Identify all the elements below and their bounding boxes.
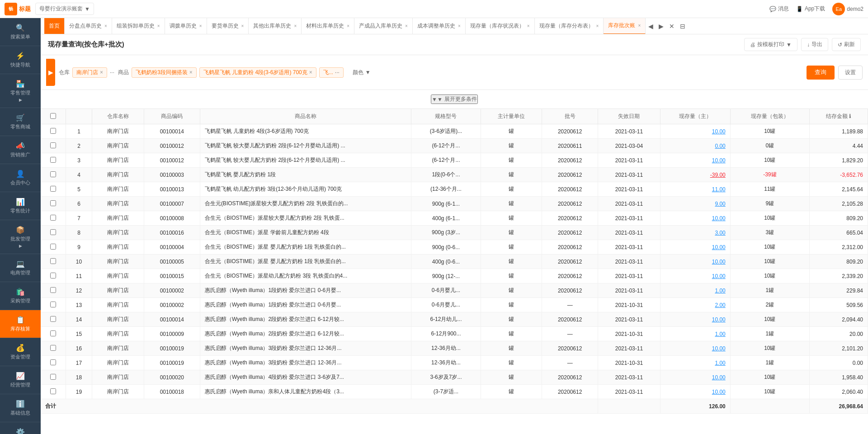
tab-chengben[interactable]: 成本调整单历史 ×: [413, 18, 466, 34]
user-area[interactable]: Ea demo2: [832, 3, 863, 15]
row-checkbox[interactable]: [41, 182, 66, 197]
tab-xianzaikucun[interactable]: 现存量（库存状况表） ×: [466, 18, 535, 34]
row-qty-main[interactable]: 0.00: [660, 139, 730, 153]
sidebar-item-inventory[interactable]: 📋 库存核算: [0, 310, 41, 338]
row-qty-main[interactable]: 10.00: [660, 255, 730, 269]
tab-pizhupici[interactable]: 库存批次账 ×: [604, 18, 646, 34]
tab-qitachu[interactable]: 其他出库单历史 ×: [249, 18, 302, 34]
tab-qitachu-close[interactable]: ×: [294, 24, 297, 28]
tab-yaohuo[interactable]: 要货单历史 ×: [207, 18, 249, 34]
tab-pizhupici-close[interactable]: ×: [638, 23, 641, 28]
sidebar-item-stat[interactable]: 📊 零售统计: [0, 192, 41, 220]
refresh-button[interactable]: ↺ 刷新: [832, 38, 861, 51]
row-checkbox[interactable]: [41, 370, 66, 385]
sidebar-item-shop[interactable]: 🛒 零售商城: [0, 108, 41, 136]
row-qty-main[interactable]: 10.00: [660, 124, 730, 139]
company-selector[interactable]: 母婴行业演示账套 ▼: [35, 3, 94, 15]
row-qty-main[interactable]: 3.00: [660, 226, 730, 240]
row-checkbox[interactable]: [41, 240, 66, 255]
tab-chengben-close[interactable]: ×: [458, 24, 461, 28]
sidebar-item-ecommerce[interactable]: 💻 电商管理: [0, 254, 41, 282]
tab-cailiaochu[interactable]: 材料出库单历史 ×: [302, 18, 354, 34]
row-checkbox[interactable]: [41, 269, 66, 283]
row-checkbox[interactable]: [41, 385, 66, 399]
row-checkbox[interactable]: [41, 197, 66, 211]
tab-yaohuo-close[interactable]: ×: [241, 24, 244, 28]
query-button[interactable]: 查询: [807, 66, 835, 80]
goods-tag-3[interactable]: 飞... ···: [319, 67, 344, 78]
tab-zuhe-close[interactable]: ×: [157, 24, 160, 28]
tab-xianzaifenbu[interactable]: 现存量（库存分布表） ×: [535, 18, 604, 34]
sidebar-item-finance[interactable]: 💰 资金管理: [0, 338, 41, 366]
tab-chanpinru[interactable]: 产成品入库单历史 ×: [354, 18, 413, 34]
row-qty-main[interactable]: 10.00: [660, 153, 730, 168]
select-all-checkbox[interactable]: [50, 113, 56, 119]
row-checkbox[interactable]: [41, 255, 66, 269]
tab-diaopi-close[interactable]: ×: [199, 24, 202, 28]
row-checkbox[interactable]: [41, 312, 66, 327]
row-qty-main[interactable]: 9.00: [660, 197, 730, 211]
row-qty-main[interactable]: 2.00: [660, 298, 730, 312]
sidebar-item-operation[interactable]: 📈 经营管理: [0, 366, 41, 394]
row-checkbox[interactable]: [41, 211, 66, 226]
row-checkbox[interactable]: [41, 298, 66, 312]
tab-prev-button[interactable]: ◀: [646, 23, 656, 30]
tab-menu-button[interactable]: ⊟: [677, 23, 688, 30]
warehouse-tag-close[interactable]: ×: [100, 69, 103, 75]
sidebar-item-member[interactable]: 👤 会员中心: [0, 164, 41, 192]
warehouse-tag[interactable]: 南岸门店 ×: [72, 67, 107, 78]
goods-tag-2[interactable]: 飞鹤星飞帆 儿童奶粉 4段(3-6岁适用) 700克 ×: [199, 67, 316, 78]
tab-close-button[interactable]: ✕: [666, 23, 677, 30]
row-qty-main[interactable]: 10.00: [660, 240, 730, 255]
export-button[interactable]: ↓ 导出: [801, 38, 828, 51]
row-qty-main[interactable]: 1.00: [660, 283, 730, 298]
message-button[interactable]: 💬 消息: [769, 5, 789, 13]
sidebar-item-wholesale[interactable]: 📦 批发管理 ▶: [0, 220, 41, 254]
tab-fenpin[interactable]: 分盘点单历史 ×: [65, 18, 112, 34]
sidebar-item-search[interactable]: 🔍 搜索菜单: [0, 18, 41, 46]
row-qty-main[interactable]: 10.00: [660, 211, 730, 226]
goods-tag-1[interactable]: 飞鹤奶粉3段同捆搭装 ×: [132, 67, 197, 78]
row-checkbox[interactable]: [41, 124, 66, 139]
tab-home[interactable]: 首页: [44, 18, 65, 34]
expand-conditions-button[interactable]: ▼▼ 展开更多条件: [431, 94, 478, 104]
row-qty-main[interactable]: 10.00: [660, 269, 730, 283]
row-qty-main[interactable]: 1.00: [660, 356, 730, 370]
row-checkbox[interactable]: [41, 153, 66, 168]
row-checkbox[interactable]: [41, 283, 66, 298]
sidebar-item-purchase[interactable]: 🛍️ 采购管理: [0, 282, 41, 310]
tab-xianzaifenbu-close[interactable]: ×: [596, 24, 599, 28]
row-checkbox[interactable]: [41, 226, 66, 240]
row-qty-main[interactable]: 10.00: [660, 341, 730, 356]
goods-tag-2-close[interactable]: ×: [309, 69, 312, 75]
tab-fenpin-close[interactable]: ×: [104, 24, 107, 28]
sidebar-item-quick[interactable]: ⚡ 快捷导航: [0, 46, 41, 74]
sidebar-item-marketing[interactable]: 📣 营销推广: [0, 136, 41, 164]
row-checkbox[interactable]: [41, 327, 66, 341]
tab-xianzaikucun-close[interactable]: ×: [527, 24, 530, 28]
print-button[interactable]: 🖨 按模板打印 ▼: [744, 38, 797, 51]
setting-button[interactable]: 设置: [838, 66, 863, 80]
color-filter-arrow[interactable]: ▼: [365, 69, 371, 75]
tab-zuhe[interactable]: 组装拆卸单历史 ×: [112, 18, 165, 34]
row-checkbox[interactable]: [41, 356, 66, 370]
app-download-button[interactable]: 📱 App下载: [796, 5, 825, 13]
tab-chanpinru-close[interactable]: ×: [405, 24, 408, 28]
row-checkbox[interactable]: [41, 341, 66, 356]
tab-cailiaochu-close[interactable]: ×: [347, 24, 349, 28]
tab-next-button[interactable]: ▶: [656, 23, 666, 30]
row-qty-main[interactable]: 10.00: [660, 370, 730, 385]
sidebar-item-basic[interactable]: ℹ️ 基础信息: [0, 394, 41, 422]
goods-tag-ellipsis[interactable]: ···: [335, 69, 340, 75]
row-qty-main[interactable]: 10.00: [660, 312, 730, 327]
row-checkbox[interactable]: [41, 168, 66, 182]
row-qty-main[interactable]: 1.00: [660, 327, 730, 341]
goods-tag-1-close[interactable]: ×: [189, 69, 193, 75]
warehouse-ellipsis[interactable]: ···: [110, 69, 114, 75]
row-qty-main[interactable]: 10.00: [660, 385, 730, 399]
filter-collapse-button[interactable]: ▶: [46, 59, 55, 86]
row-qty-main[interactable]: -39.00: [660, 168, 730, 182]
sidebar-item-system[interactable]: ⚙️ 系统管理: [0, 422, 41, 434]
tab-diaopi[interactable]: 调拨单历史 ×: [165, 18, 207, 34]
sidebar-item-retail[interactable]: 🏪 零售管理 ▶: [0, 74, 41, 108]
